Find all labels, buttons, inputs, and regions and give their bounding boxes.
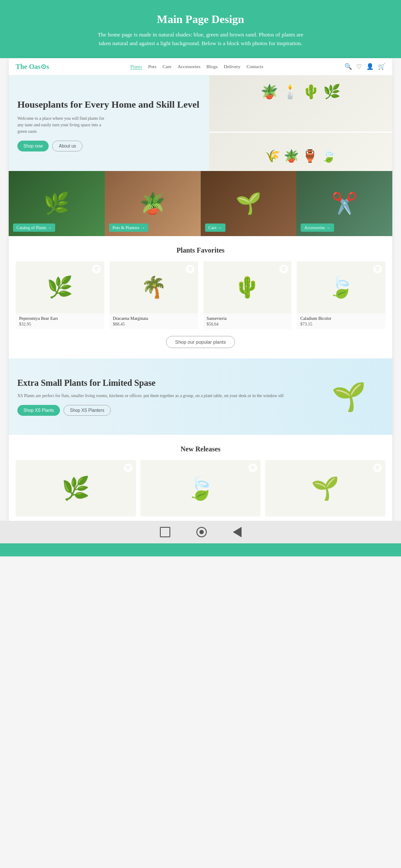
cart-icon[interactable]: 🛒 <box>378 63 385 70</box>
category-plants[interactable]: 🌿 Catalog of Plants → <box>9 171 105 236</box>
plant-price-3: $56.64 <box>207 322 288 326</box>
plant-info-2: Dracaena Marginata $88.45 <box>109 313 198 329</box>
plant-card-3: 🌵 ♡ Sansevieria $56.64 <box>203 261 292 329</box>
category-plants-label: Catalog of Plants → <box>13 224 55 232</box>
navbar: The Oas⊙s Plants Pots Care Accessories B… <box>9 58 392 76</box>
new-plant-2: 🍃 ♡ <box>140 460 261 516</box>
website-mockup: The Oas⊙s Plants Pots Care Accessories B… <box>9 58 392 521</box>
plant-card-4: 🍃 ♡ Caladium Bicolor $73.15 <box>297 261 385 329</box>
plant-img-2: 🌴 <box>109 261 198 313</box>
account-icon[interactable]: 👤 <box>366 63 374 70</box>
bottom-nav <box>0 521 401 543</box>
new-wishlist-1[interactable]: ♡ <box>124 464 133 472</box>
plant-img-3: 🌵 <box>203 261 292 313</box>
nav-contacts[interactable]: Contacts <box>246 64 263 69</box>
plant-price-4: $73.15 <box>300 322 382 326</box>
shop-popular-button[interactable]: Shop our popular plants <box>166 336 235 348</box>
hero-left: Houseplants for Every Home and Skill Lev… <box>9 76 209 171</box>
category-pots[interactable]: 🪴 Pots & Planters → <box>105 171 201 236</box>
new-plant-emoji-1: 🌿 <box>62 475 90 502</box>
nav-plants[interactable]: Plants <box>130 64 142 69</box>
nav-delivery[interactable]: Delivery <box>224 64 240 69</box>
main-title: Main Page Design <box>9 13 392 26</box>
new-plant-1: 🌿 ♡ <box>16 460 136 516</box>
nav-links: Plants Pots Care Accessories Blogs Deliv… <box>130 64 263 69</box>
logo-icon: ⊙ <box>40 63 46 70</box>
logo-suffix: s <box>46 63 49 70</box>
wishlist-1[interactable]: ♡ <box>92 265 101 273</box>
shelf-plants-bottom: 🌾🪴🏺🍃 <box>265 149 336 163</box>
shelf-decoration <box>209 132 393 133</box>
logo[interactable]: The Oas⊙s <box>16 62 49 71</box>
new-plant-3: 🌱 ♡ <box>265 460 385 516</box>
new-releases-section: New Releases 🌿 ♡ 🍃 ♡ 🌱 ♡ <box>9 435 392 521</box>
wishlist-icon[interactable]: ♡ <box>356 63 362 70</box>
plants-grid: 🌿 ♡ Peperomiya Bear Ears $32.95 🌴 ♡ Drac… <box>16 261 385 329</box>
new-releases-title: New Releases <box>16 445 385 453</box>
shop-xs-plants-button[interactable]: Shop XS Plants <box>17 405 60 416</box>
hero-heading: Houseplants for Every Home and Skill Lev… <box>17 99 201 111</box>
hero-section: Houseplants for Every Home and Skill Lev… <box>9 76 392 171</box>
plant-info-1: Peperomiya Bear Ears $32.95 <box>16 313 104 329</box>
category-accessories-label: Accessories → <box>301 224 334 232</box>
plant-card-2: 🌴 ♡ Dracaena Marginata $88.45 <box>109 261 198 329</box>
hero-buttons: Shop now About us <box>17 141 201 151</box>
new-wishlist-3[interactable]: ♡ <box>373 464 382 472</box>
plant-price-2: $88.45 <box>113 322 195 326</box>
about-us-button[interactable]: About us <box>52 141 82 151</box>
xs-banner: Extra Small Plants for Limited Spase XS … <box>9 358 392 435</box>
plant-name-2: Dracaena Marginata <box>113 316 195 321</box>
shelf-plants-top: 🪴🕯️🌵🌿 <box>261 83 341 100</box>
shop-now-button[interactable]: Shop now <box>17 141 49 151</box>
category-care[interactable]: 🌱 Care → <box>201 171 297 236</box>
new-releases-grid: 🌿 ♡ 🍃 ♡ 🌱 ♡ <box>16 460 385 516</box>
category-grid: 🌿 Catalog of Plants → 🪴 Pots & Planters … <box>9 171 392 236</box>
plant-info-4: Caladium Bicolor $73.15 <box>297 313 385 329</box>
xs-banner-image: 🌱 <box>314 371 384 423</box>
xs-description: XS Plants are perfect for flats, smaller… <box>17 392 305 399</box>
plant-name-4: Caladium Bicolor <box>300 316 382 321</box>
favorites-section: Plants Favorites 🌿 ♡ Peperomiya Bear Ear… <box>9 236 392 358</box>
category-care-label: Care → <box>205 224 225 232</box>
xs-banner-text: Extra Small Plants for Limited Spase XS … <box>17 378 305 416</box>
nav-blogs[interactable]: Blogs <box>206 64 218 69</box>
nav-icons: 🔍 ♡ 👤 🛒 <box>345 63 385 70</box>
plant-info-3: Sansevieria $56.64 <box>203 313 292 329</box>
back-button[interactable] <box>233 527 242 537</box>
hero-right: 🪴🕯️🌵🌿 🌾🪴🏺🍃 <box>209 76 393 171</box>
new-wishlist-2[interactable]: ♡ <box>249 464 257 472</box>
logo-text: The Oas <box>16 63 40 70</box>
favorites-title: Plants Favorites <box>16 247 385 254</box>
nav-pots[interactable]: Pots <box>148 64 156 69</box>
plant-img-4: 🍃 <box>297 261 385 313</box>
search-icon[interactable]: 🔍 <box>345 63 352 70</box>
hero-description: Welcome to a place where you will find p… <box>17 115 104 135</box>
category-pots-label: Pots & Planters → <box>109 224 149 232</box>
plant-name-3: Sansevieria <box>207 316 288 321</box>
wishlist-2[interactable]: ♡ <box>186 265 195 273</box>
stop-button[interactable] <box>160 527 170 537</box>
plant-name-1: Peperomiya Bear Ears <box>19 316 101 321</box>
wishlist-4[interactable]: ♡ <box>373 265 382 273</box>
nav-care[interactable]: Care <box>162 64 172 69</box>
plant-card-1: 🌿 ♡ Peperomiya Bear Ears $32.95 <box>16 261 104 329</box>
xs-heading: Extra Small Plants for Limited Spase <box>17 378 305 388</box>
main-description: The home page is made in natural shades:… <box>92 30 309 47</box>
plant-price-1: $32.95 <box>19 322 101 326</box>
hero-shelf: 🪴🕯️🌵🌿 🌾🪴🏺🍃 <box>209 76 393 171</box>
xs-buttons: Shop XS Plants Shop XS Planters <box>17 405 305 416</box>
plant-img-1: 🌿 <box>16 261 104 313</box>
home-button[interactable] <box>196 527 207 537</box>
shop-btn-wrap: Shop our popular plants <box>16 336 385 348</box>
shop-xs-planters-button[interactable]: Shop XS Planters <box>63 405 111 416</box>
top-header: Main Page Design The home page is made i… <box>0 0 401 58</box>
new-plant-emoji-2: 🍃 <box>186 475 215 502</box>
new-plant-emoji-3: 🌱 <box>311 475 339 502</box>
nav-accessories[interactable]: Accessories <box>178 64 201 69</box>
category-accessories[interactable]: ✂️ Accessories → <box>296 171 392 236</box>
bottom-teal-bar <box>0 543 401 556</box>
